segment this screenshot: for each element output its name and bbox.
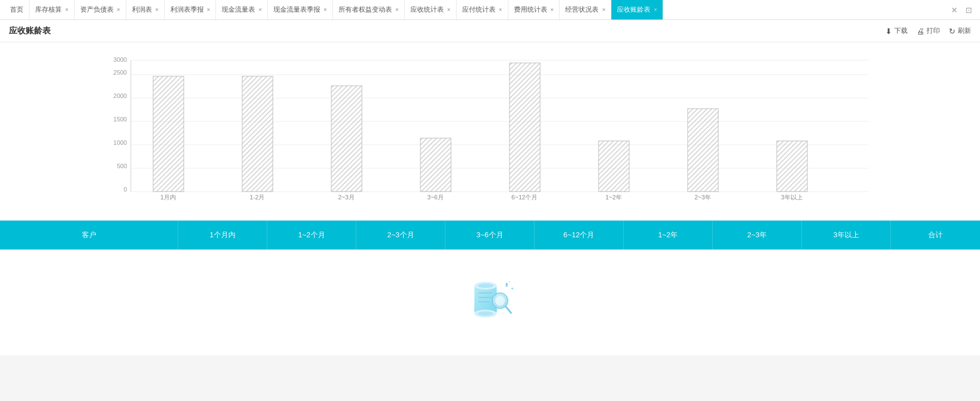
svg-text:1000: 1000	[114, 139, 127, 146]
tab-inventory-close[interactable]: ×	[65, 7, 68, 13]
tab-equity[interactable]: 所有者权益变动表 ×	[333, 0, 405, 20]
bar-chart: 0 500 1000 1500 2000 2500 3000 1月内	[22, 53, 958, 209]
window-maximize-btn[interactable]: ⊡	[962, 4, 976, 16]
chart-wrapper: 0 500 1000 1500 2000 2500 3000 1月内	[22, 53, 958, 209]
col-2-3month: 2~3个月	[356, 221, 445, 250]
svg-text:2500: 2500	[114, 69, 127, 76]
tab-ar-stat[interactable]: 应收统计表 ×	[405, 0, 457, 20]
bar-1月内	[153, 76, 184, 192]
window-close-btn[interactable]: ✕	[948, 4, 961, 16]
page-title: 应收账龄表	[9, 26, 51, 36]
col-3plus: 3年以上	[802, 221, 891, 250]
tab-cashflow-quarter[interactable]: 现金流量表季报 ×	[268, 0, 333, 20]
tab-ar-aging-close[interactable]: ×	[654, 7, 657, 13]
refresh-button[interactable]: ↻ 刷新	[949, 26, 971, 36]
main-content: 0 500 1000 1500 2000 2500 3000 1月内	[0, 42, 980, 355]
tab-balance[interactable]: 资产负债表 ×	[75, 0, 126, 20]
svg-text:1500: 1500	[114, 116, 127, 123]
svg-point-37	[512, 288, 513, 290]
tab-inventory[interactable]: 库存核算 ×	[30, 0, 75, 20]
refresh-icon: ↻	[949, 27, 955, 36]
table-header: 客户 1个月内 1~2个月 2~3个月 3~6个月 6~12个月 1~2年 2~…	[0, 221, 980, 250]
col-2-3year: 2~3年	[713, 221, 802, 250]
print-button[interactable]: 🖨 打印	[917, 26, 940, 36]
tab-operations[interactable]: 经营状况表 ×	[560, 0, 611, 20]
window-controls: ✕ ⊡	[948, 4, 976, 16]
tab-ap-stat[interactable]: 应付统计表 ×	[457, 0, 508, 20]
svg-text:2~3年: 2~3年	[694, 194, 711, 200]
tab-profit-quarter-close[interactable]: ×	[207, 7, 210, 13]
svg-text:0: 0	[124, 186, 127, 193]
svg-point-29	[478, 311, 493, 316]
tab-cashflow-quarter-close[interactable]: ×	[324, 7, 327, 13]
svg-line-35	[506, 306, 511, 313]
tab-profit-close[interactable]: ×	[155, 7, 159, 13]
tab-balance-close[interactable]: ×	[117, 7, 120, 13]
tab-ar-aging[interactable]: 应收账龄表 ×	[611, 0, 663, 20]
download-icon: ⬇	[885, 27, 892, 36]
tab-cashflow[interactable]: 现金流量表 ×	[216, 0, 268, 20]
col-1-2year: 1~2年	[624, 221, 713, 250]
tab-equity-close[interactable]: ×	[395, 7, 399, 13]
tab-expense-stat[interactable]: 费用统计表 ×	[508, 0, 560, 20]
bar-2-3月	[331, 86, 362, 192]
tab-operations-close[interactable]: ×	[602, 7, 605, 13]
tab-profit[interactable]: 利润表 ×	[126, 0, 165, 20]
svg-point-34	[495, 296, 505, 306]
col-total: 合计	[891, 221, 980, 250]
tab-home[interactable]: 首页	[4, 0, 30, 20]
svg-point-38	[509, 281, 510, 282]
bar-1-2月	[242, 76, 273, 192]
tab-bar: 首页 库存核算 × 资产负债表 × 利润表 × 利润表季报 × 现金流量表 × …	[0, 0, 980, 20]
svg-text:500: 500	[117, 163, 127, 169]
col-6-12month: 6~12个月	[535, 221, 624, 250]
svg-text:1月内: 1月内	[160, 194, 176, 200]
bar-3-6月	[420, 138, 451, 192]
download-button[interactable]: ⬇ 下载	[885, 26, 908, 36]
col-1month: 1个月内	[178, 221, 267, 250]
svg-point-27	[478, 283, 493, 288]
empty-icon	[462, 272, 518, 322]
toolbar-actions: ⬇ 下载 🖨 打印 ↻ 刷新	[885, 26, 971, 36]
empty-state	[0, 250, 980, 355]
col-3-6month: 3~6个月	[445, 221, 535, 250]
tab-expense-stat-close[interactable]: ×	[551, 7, 554, 13]
bar-6-12月	[509, 63, 540, 192]
tab-ap-stat-close[interactable]: ×	[499, 7, 502, 13]
tab-cashflow-close[interactable]: ×	[258, 7, 262, 13]
svg-text:1~2年: 1~2年	[605, 194, 622, 200]
bar-1-2年	[599, 141, 629, 192]
col-1-2month: 1~2个月	[267, 221, 356, 250]
toolbar: 应收账龄表 ⬇ 下载 🖨 打印 ↻ 刷新	[0, 20, 980, 42]
svg-text:6~12个月: 6~12个月	[512, 194, 538, 200]
tab-profit-quarter[interactable]: 利润表季报 ×	[165, 0, 217, 20]
print-icon: 🖨	[917, 27, 924, 36]
chart-area: 0 500 1000 1500 2000 2500 3000 1月内	[0, 42, 980, 221]
bar-3年以上	[777, 141, 807, 192]
svg-text:2000: 2000	[114, 92, 127, 99]
svg-text:2~3月: 2~3月	[338, 194, 355, 200]
svg-text:3年以上: 3年以上	[781, 194, 802, 200]
bar-2-3年	[688, 109, 718, 192]
tab-ar-stat-close[interactable]: ×	[447, 7, 450, 13]
svg-text:1-2月: 1-2月	[250, 194, 265, 200]
col-customer: 客户	[0, 221, 178, 250]
svg-text:3000: 3000	[114, 56, 127, 63]
svg-text:3~6月: 3~6月	[427, 194, 444, 200]
